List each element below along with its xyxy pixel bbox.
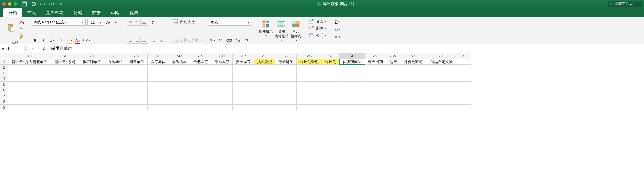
spreadsheet-grid[interactable]: AGAHAIAJAKALAMANAOAPAQARASATAUAVAWAXAYAZ… bbox=[0, 53, 644, 110]
copy-button[interactable]: ▾ bbox=[18, 26, 25, 32]
cell[interactable]: 销售单位 bbox=[126, 59, 148, 65]
cell[interactable] bbox=[254, 82, 275, 87]
column-header[interactable]: AZ bbox=[457, 53, 471, 59]
cell[interactable] bbox=[148, 87, 169, 93]
row-header[interactable]: 2 bbox=[0, 65, 8, 70]
cell[interactable] bbox=[190, 93, 211, 99]
cell[interactable] bbox=[322, 82, 339, 87]
number-format-combo[interactable]: ▾ bbox=[209, 19, 251, 26]
column-header[interactable]: AG bbox=[8, 53, 51, 59]
cell[interactable] bbox=[400, 82, 426, 87]
chevron-down-icon[interactable]: ▾ bbox=[80, 20, 85, 24]
cell[interactable] bbox=[275, 76, 297, 82]
cell[interactable] bbox=[365, 82, 386, 87]
align-center-button[interactable] bbox=[134, 37, 141, 43]
cell[interactable] bbox=[386, 87, 400, 93]
cell[interactable] bbox=[211, 105, 233, 110]
cell[interactable] bbox=[211, 99, 233, 105]
cell[interactable] bbox=[254, 99, 275, 105]
cell[interactable]: 采购单位 bbox=[105, 59, 126, 65]
cell[interactable] bbox=[322, 87, 339, 93]
cell[interactable] bbox=[105, 76, 126, 82]
cell[interactable] bbox=[339, 99, 365, 105]
decrease-decimal-button[interactable]: .00.0 bbox=[243, 37, 250, 44]
cell[interactable] bbox=[126, 65, 148, 70]
tab-insert[interactable]: 插入 bbox=[22, 8, 41, 17]
cell[interactable] bbox=[322, 70, 339, 76]
cell[interactable] bbox=[79, 105, 105, 110]
cell[interactable] bbox=[8, 105, 51, 110]
cell[interactable] bbox=[365, 99, 386, 105]
cell[interactable] bbox=[457, 59, 471, 65]
cell[interactable] bbox=[365, 76, 386, 82]
cell[interactable] bbox=[51, 82, 79, 87]
cell[interactable] bbox=[211, 76, 233, 82]
insert-cells-button[interactable]: + 插入▾ bbox=[309, 19, 327, 24]
underline-button[interactable]: U▾ bbox=[49, 37, 55, 44]
wrap-text-button[interactable] bbox=[171, 19, 178, 25]
confirm-formula-button[interactable]: ✓ bbox=[37, 46, 40, 51]
cell[interactable]: 最新进价 bbox=[275, 59, 297, 65]
cell[interactable] bbox=[8, 76, 51, 82]
cell[interactable] bbox=[322, 105, 339, 110]
cell[interactable] bbox=[254, 76, 275, 82]
name-box[interactable]: AU1 ▲▼ bbox=[0, 44, 28, 53]
fx-icon[interactable]: fx bbox=[43, 46, 46, 51]
paste-button[interactable]: ▾ bbox=[5, 22, 16, 36]
cell[interactable] bbox=[457, 76, 471, 82]
cell[interactable] bbox=[457, 70, 471, 76]
column-header[interactable]: AW bbox=[386, 53, 400, 59]
cell[interactable] bbox=[339, 93, 365, 99]
cell[interactable]: 保质期单位 bbox=[339, 59, 365, 65]
cell[interactable] bbox=[169, 105, 190, 110]
cell[interactable] bbox=[190, 105, 211, 110]
column-header[interactable]: AS bbox=[297, 53, 322, 59]
cell[interactable] bbox=[386, 82, 400, 87]
cell[interactable] bbox=[169, 70, 190, 76]
undo-icon[interactable]: ▾ bbox=[40, 1, 45, 7]
cell[interactable] bbox=[51, 99, 79, 105]
cell[interactable] bbox=[105, 105, 126, 110]
cell[interactable] bbox=[126, 82, 148, 87]
decrease-indent-button[interactable] bbox=[149, 37, 156, 43]
column-header[interactable]: AX bbox=[400, 53, 426, 59]
cell[interactable] bbox=[126, 93, 148, 99]
cell[interactable] bbox=[169, 93, 190, 99]
row-header[interactable]: 8 bbox=[0, 99, 8, 105]
cell[interactable] bbox=[457, 82, 471, 87]
increase-decimal-button[interactable]: .0.00 bbox=[234, 37, 241, 44]
cell[interactable] bbox=[126, 99, 148, 105]
fill-color-button[interactable]: ▾ bbox=[66, 37, 72, 44]
tab-page-layout[interactable]: 页面布局 bbox=[41, 8, 68, 17]
cell[interactable]: 参考成本 bbox=[169, 59, 190, 65]
cell[interactable] bbox=[275, 82, 297, 87]
cell[interactable] bbox=[254, 93, 275, 99]
align-bottom-button[interactable] bbox=[141, 19, 148, 25]
cell[interactable] bbox=[365, 105, 386, 110]
cell[interactable] bbox=[322, 76, 339, 82]
cell[interactable] bbox=[169, 65, 190, 70]
cell[interactable] bbox=[79, 93, 105, 99]
cell[interactable] bbox=[297, 99, 322, 105]
column-header[interactable]: AY bbox=[426, 53, 457, 59]
cell[interactable] bbox=[211, 65, 233, 70]
cell[interactable] bbox=[190, 70, 211, 76]
chevron-down-icon[interactable]: ▾ bbox=[98, 20, 103, 24]
cell[interactable]: 保质期管理 bbox=[297, 59, 322, 65]
cell[interactable] bbox=[400, 99, 426, 105]
cell[interactable] bbox=[457, 99, 471, 105]
cell[interactable] bbox=[400, 105, 426, 110]
cell[interactable] bbox=[297, 93, 322, 99]
cell[interactable] bbox=[190, 82, 211, 87]
column-header[interactable]: AH bbox=[51, 53, 79, 59]
fill-button[interactable]: ▾ bbox=[334, 26, 340, 32]
cell[interactable] bbox=[126, 70, 148, 76]
cell[interactable] bbox=[275, 105, 297, 110]
cell[interactable] bbox=[51, 105, 79, 110]
cell[interactable] bbox=[233, 99, 254, 105]
cell[interactable]: 库存单位 bbox=[148, 59, 169, 65]
conditional-formatting-button[interactable]: 条件格式 ▾ bbox=[258, 19, 274, 38]
cell[interactable] bbox=[386, 105, 400, 110]
cell[interactable] bbox=[322, 93, 339, 99]
cell[interactable] bbox=[457, 105, 471, 110]
